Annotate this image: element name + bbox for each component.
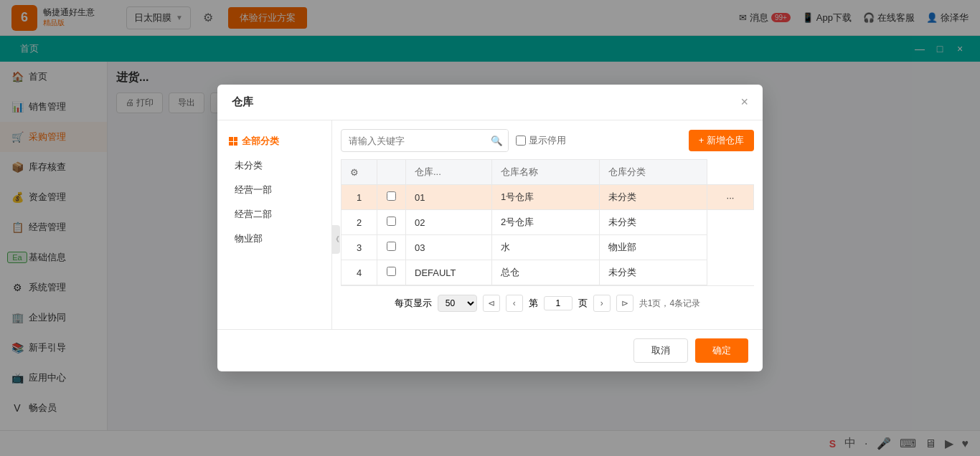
- first-page-button[interactable]: ⊲: [483, 295, 500, 312]
- cell-code: 03: [406, 235, 492, 260]
- table-row[interactable]: 2 02 2号仓库 未分类: [341, 210, 754, 235]
- last-page-button[interactable]: ⊳: [616, 295, 633, 312]
- show-disabled-checkbox[interactable]: [516, 136, 526, 146]
- modal-body: 全部分类 未分类 经营一部 经营二部 物业部 《 🔍 显示停用 + 新增仓库: [217, 120, 763, 329]
- page-suffix: 页: [578, 297, 588, 310]
- search-button[interactable]: 🔍: [485, 129, 508, 152]
- cell-name: 水: [492, 235, 600, 260]
- confirm-button[interactable]: 确定: [695, 338, 748, 363]
- pagination: 每页显示 50 100 200 ⊲ ‹ 第 页 › ⊳ 共1页，4条记录: [341, 285, 754, 320]
- page-label: 第: [529, 297, 538, 310]
- modal-close-button[interactable]: ×: [740, 95, 748, 110]
- cell-cat: 未分类: [600, 210, 707, 235]
- modal-header: 仓库 ×: [217, 85, 763, 120]
- search-input[interactable]: [341, 136, 485, 146]
- prev-page-button[interactable]: ‹: [506, 295, 523, 312]
- cell-cat: 物业部: [600, 235, 707, 260]
- cell-name: 2号仓库: [492, 210, 600, 235]
- cell-code: DEFAULT: [406, 260, 492, 285]
- col-header-code: 仓库...: [406, 160, 492, 185]
- page-input[interactable]: [544, 296, 573, 310]
- cell-check[interactable]: [377, 260, 406, 285]
- cell-name: 1号仓库: [492, 185, 600, 210]
- cell-check[interactable]: [377, 235, 406, 260]
- category-all-header[interactable]: 全部分类: [217, 129, 331, 153]
- category-item-ops2[interactable]: 经营二部: [217, 202, 331, 227]
- per-page-select[interactable]: 50 100 200: [438, 295, 477, 312]
- col-header-cat: 仓库分类: [600, 160, 707, 185]
- cell-code: 02: [406, 210, 492, 235]
- cell-action[interactable]: ···: [707, 185, 754, 210]
- table-row[interactable]: 3 03 水 物业部: [341, 235, 754, 260]
- category-item-property[interactable]: 物业部: [217, 227, 331, 251]
- table-toolbar: 🔍 显示停用 + 新增仓库: [341, 129, 754, 152]
- show-disabled-label: 显示停用: [529, 134, 566, 147]
- total-info: 共1页，4条记录: [639, 298, 700, 310]
- cell-num: 1: [341, 185, 377, 210]
- cell-code: 01: [406, 185, 492, 210]
- col-header-check: [377, 160, 406, 185]
- cell-num: 3: [341, 235, 377, 260]
- next-page-button[interactable]: ›: [593, 295, 611, 312]
- collapse-sidebar-button[interactable]: 《: [331, 225, 340, 254]
- cell-name: 总仓: [492, 260, 600, 285]
- grid-icon: [229, 137, 237, 146]
- cancel-button[interactable]: 取消: [633, 338, 688, 363]
- table-row[interactable]: 4 DEFAULT 总仓 未分类: [341, 260, 754, 285]
- col-header-name: 仓库名称: [492, 160, 600, 185]
- category-item-ops1[interactable]: 经营一部: [217, 178, 331, 202]
- warehouse-table: ⚙ 仓库... 仓库名称 仓库分类 1 01 1号仓库 未分类 ··· 2 02…: [341, 159, 754, 285]
- warehouse-modal: 仓库 × 全部分类 未分类 经营一部 经营二部 物业部 《 🔍: [217, 85, 763, 371]
- modal-footer: 取消 确定: [217, 329, 763, 371]
- table-area: 🔍 显示停用 + 新增仓库 ⚙ 仓库... 仓库名称 仓库分类: [332, 120, 763, 329]
- modal-title: 仓库: [232, 95, 253, 109]
- category-item-unclassified[interactable]: 未分类: [217, 153, 331, 178]
- category-sidebar: 全部分类 未分类 经营一部 经营二部 物业部 《: [217, 120, 332, 329]
- add-warehouse-button[interactable]: + 新增仓库: [689, 130, 754, 151]
- cell-num: 2: [341, 210, 377, 235]
- per-page-label: 每页显示: [395, 297, 432, 310]
- cell-cat: 未分类: [600, 185, 707, 210]
- table-row[interactable]: 1 01 1号仓库 未分类 ···: [341, 185, 754, 210]
- cell-check[interactable]: [377, 185, 406, 210]
- cell-num: 4: [341, 260, 377, 285]
- category-all-label: 全部分类: [242, 135, 279, 148]
- col-header-settings: ⚙: [341, 160, 377, 185]
- search-box: 🔍: [341, 129, 509, 152]
- cell-check[interactable]: [377, 210, 406, 235]
- cell-cat: 未分类: [600, 260, 707, 285]
- show-disabled-container: 显示停用: [516, 134, 566, 147]
